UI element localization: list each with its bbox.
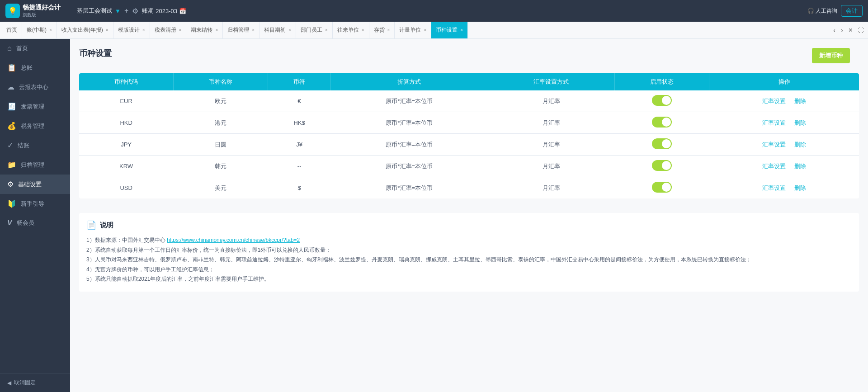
toggle-knob	[662, 139, 671, 148]
tab-ledger[interactable]: 账(中期) ×	[22, 22, 57, 39]
tab-currency-label: 币种设置	[436, 26, 458, 34]
sidebar-item-tax[interactable]: 💰 税务管理	[0, 116, 70, 136]
company-name: 基层工会测试	[77, 7, 112, 15]
tab-partner[interactable]: 往来单位 ×	[333, 22, 369, 39]
notes-link[interactable]: https://www.chinamoney.com.cn/chinese/bk…	[167, 237, 300, 243]
cell-status	[614, 90, 709, 112]
company-selector[interactable]: 基层工会测试 ▼	[77, 7, 121, 15]
title-row: 币种设置 新增币种	[79, 48, 859, 66]
tab-inventory-close[interactable]: ×	[387, 28, 390, 33]
tab-currency-close[interactable]: ×	[460, 28, 463, 33]
tab-template[interactable]: 模版设计 ×	[113, 22, 150, 39]
tab-bar: 首页 账(中期) × 收入支出表(年报) × 模版设计 × 税表清册 × 期末结…	[0, 22, 868, 39]
sidebar-item-guide-label: 新手引导	[21, 200, 44, 208]
sidebar-footer-label: 取消固定	[14, 379, 36, 387]
sidebar-item-archive-label: 归档管理	[21, 161, 44, 169]
sidebar-item-general-ledger-label: 总账	[21, 64, 33, 72]
tab-partner-close[interactable]: ×	[362, 28, 364, 33]
sidebar-item-general-ledger[interactable]: 📋 总账	[0, 58, 70, 77]
settings-icon[interactable]: ⚙	[132, 7, 138, 15]
tax-icon: 💰	[7, 122, 16, 130]
cell-calc: 原币*汇率=本位币	[331, 112, 488, 134]
tab-home[interactable]: 首页	[2, 22, 22, 39]
delete-link[interactable]: 删除	[794, 184, 806, 191]
sidebar-item-archive[interactable]: 📁 归档管理	[0, 155, 70, 175]
sidebar-item-home[interactable]: ⌂ 首页	[0, 39, 70, 58]
notes-title: 📄 说明	[86, 220, 852, 230]
tab-period-end-close[interactable]: ×	[215, 28, 218, 33]
sidebar-item-member[interactable]: V 畅会员	[0, 213, 70, 232]
tab-currency[interactable]: 币种设置 ×	[431, 22, 468, 39]
tab-inventory[interactable]: 存货 ×	[369, 22, 395, 39]
company-dropdown-icon: ▼	[115, 8, 121, 14]
delete-link[interactable]: 删除	[794, 119, 806, 126]
rate-settings-link[interactable]: 汇率设置	[762, 184, 786, 191]
delete-link[interactable]: 删除	[794, 141, 806, 148]
rate-settings-link[interactable]: 汇率设置	[762, 141, 786, 148]
tab-archive[interactable]: 归档管理 ×	[223, 22, 259, 39]
tab-period-end[interactable]: 期末结转 ×	[186, 22, 223, 39]
notes-item: 3）人民币对马来西亚林吉特、俄罗斯卢布、南非兰特、韩元、阿联酋迪拉姆、沙特里亚尔…	[86, 255, 852, 265]
tab-department-close[interactable]: ×	[325, 28, 328, 33]
home-icon: ⌂	[7, 44, 12, 52]
logo-icon: 💡	[5, 4, 20, 18]
top-header: 💡 畅捷通好会计 旗舰版 基层工会测试 ▼ + ⚙ 账期 2023-03 📅 🎧…	[0, 0, 868, 22]
rate-settings-link[interactable]: 汇率设置	[762, 119, 786, 126]
table-row: KRW 韩元 -- 原币*汇率=本位币 月汇率 汇率设置 删除	[79, 156, 859, 177]
sidebar-item-invoice[interactable]: 🧾 发票管理	[0, 97, 70, 116]
notes-item: 5）系统只能自动抓取2021年度后的汇率，之前年度汇率需要用户手工维护。	[86, 274, 852, 284]
toggle-enabled[interactable]	[652, 138, 672, 149]
tab-prev-button[interactable]: ‹	[830, 27, 838, 34]
tab-expand-button[interactable]: ⛶	[855, 27, 866, 33]
add-company-icon[interactable]: +	[124, 7, 128, 15]
new-currency-button[interactable]: 新增币种	[812, 48, 850, 63]
table-row: JPY 日圆 J¥ 原币*汇率=本位币 月汇率 汇率设置 删除	[79, 134, 859, 156]
member-icon: V	[7, 219, 12, 227]
tab-income-close[interactable]: ×	[106, 28, 108, 33]
toggle-enabled[interactable]	[652, 117, 672, 128]
tab-income[interactable]: 收入支出表(年报) ×	[57, 22, 113, 39]
tab-department[interactable]: 部门员工 ×	[296, 22, 333, 39]
toggle-knob	[662, 161, 671, 170]
tab-unit-close[interactable]: ×	[424, 28, 426, 33]
sidebar-item-tax-label: 税务管理	[21, 122, 44, 130]
toggle-enabled[interactable]	[652, 95, 672, 106]
sidebar-item-checkout[interactable]: ✓ 结账	[0, 136, 70, 155]
tab-ledger-close[interactable]: ×	[49, 28, 52, 33]
tab-close-all-button[interactable]: ×	[846, 26, 855, 34]
rate-settings-link[interactable]: 汇率设置	[762, 98, 786, 104]
tab-subject-init[interactable]: 科目期初 ×	[259, 22, 296, 39]
sidebar-item-report-center[interactable]: ☁ 云报表中心	[0, 77, 70, 97]
toggle-enabled[interactable]	[652, 160, 672, 171]
support-button[interactable]: 🎧 人工咨询	[807, 7, 837, 15]
sidebar-item-guide[interactable]: 🔰 新手引导	[0, 194, 70, 213]
account-button[interactable]: 会计	[841, 5, 863, 17]
cell-status	[614, 112, 709, 134]
sidebar-item-settings[interactable]: ⚙ 基础设置	[0, 175, 70, 194]
sidebar-pin-toggle[interactable]: ◀ 取消固定	[0, 373, 70, 392]
cell-calc: 原币*汇率=本位币	[331, 90, 488, 112]
cell-code: EUR	[79, 90, 173, 112]
tab-tax-table-close[interactable]: ×	[179, 28, 182, 33]
table-row: EUR 欧元 € 原币*汇率=本位币 月汇率 汇率设置 删除	[79, 90, 859, 112]
col-status: 启用状态	[614, 73, 709, 90]
tab-subject-init-close[interactable]: ×	[288, 28, 291, 33]
page-title: 币种设置	[79, 48, 112, 59]
rate-settings-link[interactable]: 汇率设置	[762, 163, 786, 170]
tab-archive-close[interactable]: ×	[252, 28, 255, 33]
delete-link[interactable]: 删除	[794, 163, 806, 170]
tab-home-label: 首页	[6, 26, 17, 34]
toggle-knob	[662, 183, 671, 192]
checkout-icon: ✓	[7, 141, 13, 150]
cell-name: 日圆	[173, 134, 268, 156]
cell-action: 汇率设置 删除	[709, 90, 859, 112]
delete-link[interactable]: 删除	[794, 98, 806, 104]
col-code: 币种代码	[79, 73, 173, 90]
tab-tax-table[interactable]: 税表清册 ×	[150, 22, 187, 39]
tab-next-button[interactable]: ›	[838, 27, 846, 34]
logo-area: 💡 畅捷通好会计 旗舰版	[5, 4, 73, 18]
toggle-enabled[interactable]	[652, 182, 672, 193]
calendar-icon[interactable]: 📅	[179, 8, 186, 14]
tab-unit[interactable]: 计量单位 ×	[395, 22, 431, 39]
tab-template-close[interactable]: ×	[142, 28, 145, 33]
